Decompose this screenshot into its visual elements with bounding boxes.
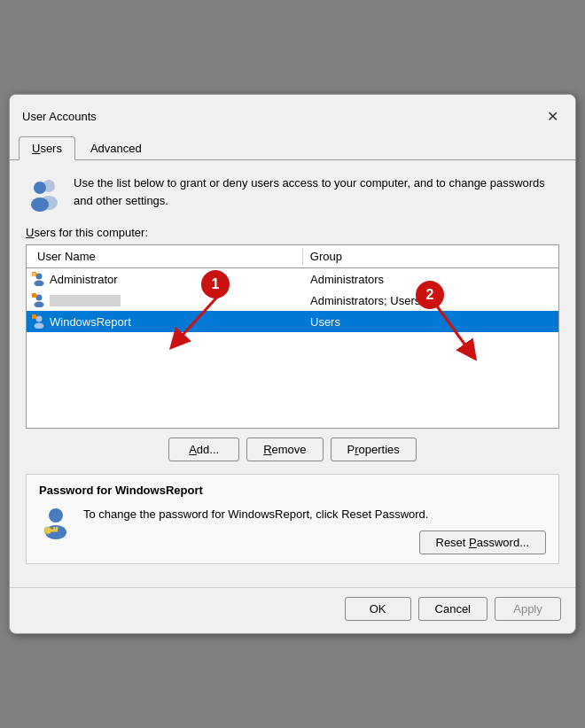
add-button[interactable]: Add... <box>168 438 239 461</box>
user-name-1: Administrator <box>50 273 118 286</box>
user-table: User Name Group R Administ <box>26 244 559 429</box>
tab-advanced-label: Advanced <box>90 142 142 155</box>
svg-point-2 <box>34 182 46 194</box>
svg-point-18 <box>44 527 51 534</box>
user-icon-1: R <box>32 272 46 286</box>
svg-text:R: R <box>33 272 36 277</box>
row-group-1: Administrators <box>303 271 558 288</box>
user-buttons: Add... Remove Properties <box>26 438 559 461</box>
svg-rect-20 <box>56 527 58 530</box>
user-accounts-window: User Accounts ✕ Users Advanced Use the l… <box>9 94 576 634</box>
reset-btn-row: Reset Password... <box>83 531 546 554</box>
svg-rect-13 <box>32 314 36 319</box>
password-text: To change the password for WindowsReport… <box>83 506 546 523</box>
tab-users-label: Users <box>32 142 62 155</box>
row-group-2: Administrators; Users <box>303 292 558 309</box>
svg-point-8 <box>36 295 43 301</box>
close-button[interactable]: ✕ <box>540 104 565 128</box>
reset-password-button[interactable]: Reset Password... <box>419 531 547 554</box>
window-title: User Accounts <box>22 110 97 123</box>
users-table-container: User Name Group R Administ <box>26 244 559 429</box>
bottom-bar: OK Cancel Apply <box>10 587 575 633</box>
table-row[interactable]: R Administrator Administrators <box>27 268 558 290</box>
info-row: Use the list below to grant or deny user… <box>26 174 559 212</box>
table-row[interactable]: Administrators; Users <box>27 290 558 311</box>
svg-point-9 <box>35 302 44 308</box>
svg-point-16 <box>49 508 63 523</box>
svg-rect-10 <box>32 293 36 298</box>
row-name-1: R Administrator <box>27 270 303 288</box>
password-content: To change the password for WindowsReport… <box>39 506 546 554</box>
row-name-3: WindowsReport <box>27 313 303 330</box>
user-icon-2 <box>32 293 46 307</box>
users-info-icon <box>26 174 63 212</box>
svg-point-4 <box>36 274 43 280</box>
password-section: Password for WindowsReport To change the… <box>26 474 559 564</box>
row-group-3: Users <box>303 314 558 330</box>
remove-button[interactable]: Remove <box>246 438 323 461</box>
apply-button[interactable]: Apply <box>495 597 561 621</box>
tab-bar: Users Advanced <box>10 132 575 160</box>
svg-point-12 <box>35 323 44 329</box>
cancel-button[interactable]: Cancel <box>418 597 488 621</box>
info-text: Use the list below to grant or deny user… <box>74 174 559 209</box>
masked-user-name <box>50 295 121 306</box>
row-name-2 <box>27 291 303 309</box>
table-header: User Name Group <box>27 245 558 268</box>
ok-button[interactable]: OK <box>345 597 411 621</box>
table-rows: R Administrator Administrators <box>27 268 558 428</box>
password-icon <box>39 506 73 539</box>
title-bar: User Accounts ✕ <box>10 95 575 132</box>
svg-rect-21 <box>53 527 56 530</box>
user-name-3: WindowsReport <box>50 315 131 329</box>
svg-point-5 <box>35 281 44 287</box>
col-header-group: Group <box>303 248 555 265</box>
password-title: Password for WindowsReport <box>39 484 546 497</box>
password-text-area: To change the password for WindowsReport… <box>83 506 546 554</box>
tab-users[interactable]: Users <box>19 136 75 160</box>
properties-button[interactable]: Properties <box>331 438 417 461</box>
col-header-name: User Name <box>30 248 303 265</box>
table-row[interactable]: WindowsReport Users <box>27 311 558 332</box>
svg-point-11 <box>36 316 43 322</box>
tab-advanced[interactable]: Advanced <box>77 136 155 160</box>
user-icon-3 <box>32 314 46 329</box>
main-content: Use the list below to grant or deny user… <box>10 160 575 587</box>
svg-point-3 <box>31 197 49 212</box>
section-label: Users for this computer: <box>26 226 559 239</box>
